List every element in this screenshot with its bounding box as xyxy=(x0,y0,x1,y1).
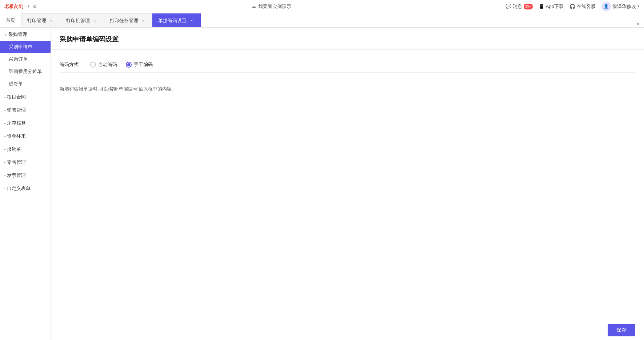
sidebar-item-purchase-expense[interactable]: 采购费用分摊单 xyxy=(0,65,51,78)
tab-printer-manage[interactable]: 打印机管理 × xyxy=(60,13,104,27)
custom-form-arrow: › xyxy=(3,188,7,189)
tab-print-manage-label: 打印管理 xyxy=(27,17,46,24)
purchase-arrow: ∨ xyxy=(4,33,7,37)
encoding-label: 编码方式 xyxy=(60,61,81,68)
tab-printer-manage-close[interactable]: × xyxy=(92,18,98,24)
sidebar-group-purchase-header[interactable]: ∨ 采购管理 xyxy=(0,28,51,41)
save-button[interactable]: 保存 xyxy=(608,324,635,336)
user-dropdown-arrow: ▾ xyxy=(637,4,640,9)
headset-icon: 🎧 xyxy=(569,4,575,9)
tab-home[interactable]: 首页 xyxy=(0,13,21,27)
auto-code-radio[interactable] xyxy=(90,62,96,68)
inventory-group-label: 库存核算 xyxy=(7,120,26,126)
sidebar-group-returns-header[interactable]: › 报销单 xyxy=(0,142,51,155)
custom-form-group-label: 自定义表单 xyxy=(7,185,31,192)
message-label: 消息 xyxy=(513,3,522,10)
project-group-label: 项目合同 xyxy=(7,94,26,100)
online-service-button[interactable]: 🎧 在线客服 xyxy=(569,3,596,10)
sidebar-item-purchase-request[interactable]: 采购申请单 xyxy=(0,41,51,53)
top-bar-left: 老板勿刻! ▾ ⚙ xyxy=(4,3,37,10)
app-download-label: App下载 xyxy=(546,3,564,10)
top-bar-right: 💬 消息 99+ 📱 App下载 🎧 在线客服 👤 徐泽华修改 ▾ xyxy=(505,2,640,11)
content-area: 采购申请单编码设置 编码方式 自动编码 手工编码 新增和编辑单据时,可以编辑'单… xyxy=(51,28,644,340)
main-layout: ∨ 采购管理 采购申请单 采购订单 采购费用分摊单 进货单 › 项目合同 › 销… xyxy=(0,28,644,340)
logo-text: 老板勿刻! xyxy=(4,3,25,10)
logo-dropdown-arrow[interactable]: ▾ xyxy=(28,4,30,9)
tab-bar-global-close[interactable]: × xyxy=(636,21,644,27)
tab-bar: 首页 打印管理 × 打印机管理 × 打印任务管理 × 单据编码设置 × × xyxy=(0,13,644,28)
sidebar-group-retail: › 零售管理 xyxy=(0,155,51,169)
retail-arrow: › xyxy=(3,162,7,163)
sidebar-group-retail-header[interactable]: › 零售管理 xyxy=(0,155,51,169)
tab-home-label: 首页 xyxy=(6,17,15,24)
returns-group-label: 报销单 xyxy=(7,146,21,153)
auto-code-option[interactable]: 自动编码 xyxy=(90,61,117,68)
purchase-group-label: 采购管理 xyxy=(8,31,27,38)
sidebar-group-purchase: ∨ 采购管理 采购申请单 采购订单 采购费用分摊单 进货单 xyxy=(0,28,51,90)
tab-print-task[interactable]: 打印任务管理 × xyxy=(104,13,152,27)
message-icon: 💬 xyxy=(505,4,511,9)
returns-arrow: › xyxy=(3,149,7,150)
info-text: 新增和编辑单据时,可以编辑'单据编号'输入框中的内容。 xyxy=(51,80,644,98)
avatar: 👤 xyxy=(601,2,611,11)
manual-code-label: 手工编码 xyxy=(134,61,153,68)
sidebar-group-funds: › 资金往来 xyxy=(0,129,51,142)
app-icon: 📱 xyxy=(539,4,544,9)
funds-arrow: › xyxy=(3,135,7,137)
sales-arrow: › xyxy=(3,109,7,110)
sidebar-group-returns: › 报销单 xyxy=(0,142,51,155)
top-bar-center: ☁ 我要看实例演示 xyxy=(251,3,291,10)
tab-single-barcode-label: 单据编码设置 xyxy=(158,17,187,24)
retail-group-label: 零售管理 xyxy=(7,159,26,166)
demo-text[interactable]: 我要看实例演示 xyxy=(258,3,291,10)
sidebar: ∨ 采购管理 采购申请单 采购订单 采购费用分摊单 进货单 › 项目合同 › 销… xyxy=(0,28,51,340)
tab-print-manage-close[interactable]: × xyxy=(48,18,54,24)
top-bar: 老板勿刻! ▾ ⚙ ☁ 我要看实例演示 💬 消息 99+ 📱 App下载 🎧 在… xyxy=(0,0,644,13)
content-header: 采购申请单编码设置 xyxy=(51,28,644,50)
sidebar-group-funds-header[interactable]: › 资金往来 xyxy=(0,129,51,142)
sales-group-label: 销售管理 xyxy=(7,107,26,113)
encoding-row: 编码方式 自动编码 手工编码 xyxy=(60,57,635,73)
user-name: 徐泽华修改 xyxy=(612,3,636,10)
message-badge: 99+ xyxy=(524,4,533,9)
page-title: 采购申请单编码设置 xyxy=(60,35,635,44)
encoding-section: 编码方式 自动编码 手工编码 xyxy=(51,50,644,80)
sidebar-group-sales-header[interactable]: › 销售管理 xyxy=(0,103,51,116)
inventory-arrow: › xyxy=(3,122,7,124)
tab-print-task-close[interactable]: × xyxy=(140,18,146,24)
sidebar-group-inventory-header[interactable]: › 库存核算 xyxy=(0,116,51,129)
tab-print-task-label: 打印任务管理 xyxy=(110,17,138,24)
manual-code-radio[interactable] xyxy=(126,62,132,68)
sidebar-group-custom-form: › 自定义表单 xyxy=(0,182,51,195)
user-menu[interactable]: 👤 徐泽华修改 ▾ xyxy=(601,2,640,11)
invoice-group-label: 发票管理 xyxy=(7,172,26,179)
settings-icon[interactable]: ⚙ xyxy=(33,4,37,9)
cloud-icon: ☁ xyxy=(251,4,256,9)
auto-code-label: 自动编码 xyxy=(98,61,117,68)
sidebar-group-sales: › 销售管理 xyxy=(0,103,51,116)
message-button[interactable]: 💬 消息 99+ xyxy=(505,3,533,10)
sidebar-item-purchase-receipt[interactable]: 进货单 xyxy=(0,78,51,90)
funds-group-label: 资金往来 xyxy=(7,133,26,139)
sidebar-group-inventory: › 库存核算 xyxy=(0,116,51,129)
sidebar-group-custom-form-header[interactable]: › 自定义表单 xyxy=(0,182,51,195)
tab-print-manage[interactable]: 打印管理 × xyxy=(21,13,60,27)
sidebar-group-project: › 项目合同 xyxy=(0,90,51,103)
project-arrow: › xyxy=(3,96,7,97)
online-service-label: 在线客服 xyxy=(577,3,596,10)
sidebar-item-purchase-order[interactable]: 采购订单 xyxy=(0,53,51,65)
footer-bar: 保存 xyxy=(51,320,644,340)
invoice-arrow: › xyxy=(3,175,7,176)
tab-printer-manage-label: 打印机管理 xyxy=(66,17,90,24)
app-download-button[interactable]: 📱 App下载 xyxy=(539,3,564,10)
manual-code-option[interactable]: 手工编码 xyxy=(126,61,153,68)
sidebar-group-project-header[interactable]: › 项目合同 xyxy=(0,90,51,103)
tab-single-barcode[interactable]: 单据编码设置 × xyxy=(152,13,201,27)
sidebar-group-invoice: › 发票管理 xyxy=(0,169,51,182)
sidebar-group-invoice-header[interactable]: › 发票管理 xyxy=(0,169,51,182)
tab-single-barcode-close[interactable]: × xyxy=(189,18,195,24)
